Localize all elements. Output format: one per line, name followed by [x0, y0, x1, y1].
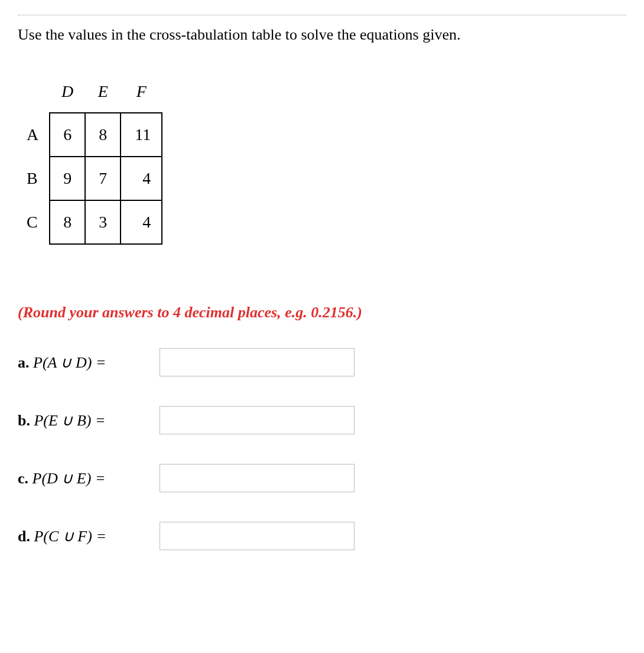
cell-b-e: 7	[85, 157, 121, 200]
cell-b-f: 4	[121, 157, 162, 200]
question-b-label: b. P(E ∪ B) =	[18, 411, 154, 430]
cross-tab-table: D E F A 6 8 11 B 9 7 4 C 8 3 4	[27, 75, 626, 245]
cell-c-d: 8	[50, 200, 85, 244]
col-header-e: E	[85, 75, 121, 108]
rounding-hint: (Round your answers to 4 decimal places,…	[18, 304, 626, 321]
question-c-label: c. P(D ∪ E) =	[18, 469, 154, 488]
question-a-prefix: a.	[18, 354, 33, 371]
col-header-d: D	[50, 75, 85, 108]
row-header-b: B	[27, 157, 50, 200]
question-a-formula: P(A ∪ D) =	[33, 354, 106, 371]
cell-a-d: 6	[50, 113, 85, 157]
question-a-label: a. P(A ∪ D) =	[18, 353, 154, 372]
question-a: a. P(A ∪ D) =	[18, 348, 626, 376]
question-b-formula: P(E ∪ B) =	[34, 412, 105, 429]
question-d-prefix: d.	[18, 528, 34, 545]
table-corner	[27, 75, 50, 108]
cell-b-d: 9	[50, 157, 85, 200]
col-header-f: F	[121, 75, 162, 108]
answer-input-b[interactable]	[160, 406, 354, 434]
question-b-prefix: b.	[18, 412, 34, 429]
answer-input-c[interactable]	[160, 464, 354, 492]
cell-c-e: 3	[85, 200, 121, 244]
question-text: Use the values in the cross-tabulation t…	[18, 24, 626, 46]
cell-a-e: 8	[85, 113, 121, 157]
question-c-prefix: c.	[18, 470, 32, 487]
question-c-formula: P(D ∪ E) =	[32, 470, 106, 487]
question-d: d. P(C ∪ F) =	[18, 522, 626, 550]
question-c: c. P(D ∪ E) =	[18, 464, 626, 492]
cell-a-f: 11	[121, 113, 162, 157]
answer-input-d[interactable]	[160, 522, 354, 550]
cell-c-f: 4	[121, 200, 162, 244]
question-d-label: d. P(C ∪ F) =	[18, 527, 154, 545]
question-d-formula: P(C ∪ F) =	[34, 528, 106, 545]
question-b: b. P(E ∪ B) =	[18, 406, 626, 434]
table-row: A 6 8 11	[27, 113, 162, 157]
top-rule	[18, 15, 626, 15]
table-row: C 8 3 4	[27, 200, 162, 244]
row-header-a: A	[27, 113, 50, 157]
table-row: B 9 7 4	[27, 157, 162, 200]
row-header-c: C	[27, 200, 50, 244]
answer-input-a[interactable]	[160, 348, 354, 376]
